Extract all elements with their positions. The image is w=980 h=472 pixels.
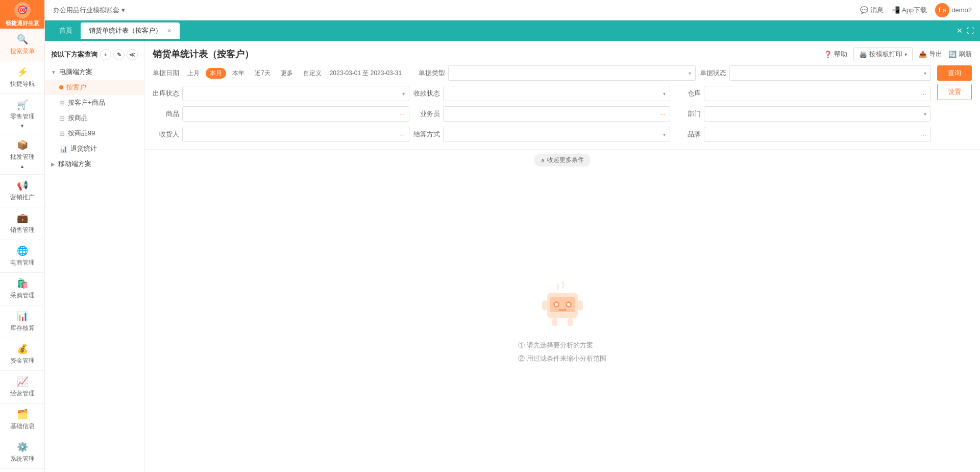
collapse-conditions-button[interactable]: ∧ 收起更多条件 xyxy=(534,154,590,167)
dept-select[interactable]: ▾ xyxy=(704,106,931,122)
goods-input[interactable]: ··· xyxy=(182,106,409,122)
date-tab-more[interactable]: 更多 xyxy=(277,68,297,79)
help-button[interactable]: ❓ 帮助 xyxy=(824,50,847,59)
user-avatar: Ea xyxy=(935,3,949,17)
tree-group-mobile-label: 移动端方案 xyxy=(58,159,91,169)
tree-item-by-goods[interactable]: ⊟ 按商品 xyxy=(45,110,144,126)
export-button[interactable]: 📤 导出 xyxy=(919,50,942,59)
sidebar-item-ecommerce[interactable]: 🌐 电商管理 xyxy=(0,240,45,273)
sidebar-quicknav-label: 快捷导航 xyxy=(10,80,35,88)
hint2-text: 用过滤条件来缩小分析范围 xyxy=(527,355,606,362)
sidebar-item-finance[interactable]: 💰 资金管理 xyxy=(0,338,45,371)
order-status-select[interactable]: ▾ xyxy=(729,65,931,81)
collapse-panel-button[interactable]: ≪ xyxy=(127,49,138,60)
date-tab-7days[interactable]: 近7天 xyxy=(251,68,275,79)
tab-sales-stats[interactable]: 销货单统计表（按客户） ✕ xyxy=(81,22,180,39)
finance-icon: 💰 xyxy=(17,343,28,355)
step2-icon: ② xyxy=(518,355,525,362)
print-button[interactable]: 🖨️ 按模板打印 ▾ xyxy=(853,47,913,61)
app-logo: 🎯 畅捷通好生意 xyxy=(0,0,45,29)
tree-group-label: 电脑端方案 xyxy=(59,67,92,77)
tab-home[interactable]: 首页 xyxy=(51,22,81,39)
tab-close-icon[interactable]: ✕ xyxy=(167,28,172,34)
warehouse-label: 仓库 xyxy=(674,89,701,98)
message-label: 消息 xyxy=(870,6,884,15)
account-selector[interactable]: 办公用品行业模拟账套 ▾ xyxy=(53,6,125,15)
sidebar-system-label: 系统管理 xyxy=(10,455,35,463)
out-status-group: 出库状态 ▾ xyxy=(153,86,409,101)
tree-item-goods99[interactable]: ⊟ 按商品99 xyxy=(45,126,144,141)
user-menu[interactable]: Ea demo2 xyxy=(935,3,972,17)
warehouse-group: 仓库 ··· xyxy=(674,86,931,101)
order-type-select[interactable]: ▾ xyxy=(448,65,696,81)
receipt-status-select[interactable]: ▾ xyxy=(443,86,670,101)
sidebar-basic-label: 基础信息 xyxy=(10,422,35,431)
receiver-label: 收货人 xyxy=(153,130,179,139)
sidebar-item-retail[interactable]: 🛒 零售管理 ▼ xyxy=(0,94,45,134)
date-tab-custom[interactable]: 自定义 xyxy=(299,68,326,79)
out-status-select[interactable]: ▾ xyxy=(182,86,409,101)
message-button[interactable]: 💬 消息 xyxy=(860,6,884,15)
payment-group: 结算方式 ▾ xyxy=(413,127,670,142)
tree-item-by-customer[interactable]: 按客户 xyxy=(45,80,144,95)
tree-group-mobile[interactable]: ▶ 移动端方案 xyxy=(45,156,144,172)
sidebar-item-system[interactable]: ⚙️ 系统管理 xyxy=(0,436,45,469)
date-tab-last-month[interactable]: 上月 xyxy=(183,68,204,79)
payment-select[interactable]: ▾ xyxy=(443,127,670,142)
sidebar-item-inventory[interactable]: 📊 库存核算 xyxy=(0,305,45,338)
refresh-label: 刷新 xyxy=(959,50,972,59)
query-button[interactable]: 查询 xyxy=(937,65,972,81)
warehouse-dots: ··· xyxy=(921,90,926,98)
sidebar-item-search[interactable]: 🔍 搜索菜单 xyxy=(0,29,45,61)
page-content: 按以下方案查询 + ✎ ≪ ▼ 电脑端方案 xyxy=(45,41,980,472)
out-status-label: 出库状态 xyxy=(153,89,179,98)
purchase-icon: 🛍️ xyxy=(17,278,28,289)
sidebar-item-purchase[interactable]: 🛍️ 采购管理 xyxy=(0,273,45,305)
receiver-group: 收货人 ··· xyxy=(153,127,409,142)
maximize-icon[interactable]: ⛶ xyxy=(967,27,974,35)
dept-label: 部门 xyxy=(674,109,701,119)
close-window-icon[interactable]: ✕ xyxy=(957,27,963,35)
filter-container: 单据日期 上月 本月 本年 近7天 更多 自定义 2023-03-01 至 20… xyxy=(144,65,980,147)
edit-icon: ✎ xyxy=(117,52,121,58)
settings-button[interactable]: 设置 xyxy=(937,84,972,100)
tree-item-customer-goods[interactable]: ⊞ 按客户+商品 xyxy=(45,95,144,110)
tree-item-return-stats[interactable]: 📊 退货统计 xyxy=(45,141,144,156)
empty-illustration xyxy=(532,277,593,328)
payment-label: 结算方式 xyxy=(413,130,440,139)
sidebar-item-enterprise[interactable]: 🏢 企业协同 xyxy=(0,469,45,472)
empty-hint-1: ① 请先选择要分析的方案 xyxy=(518,339,606,352)
filter-row-2: 出库状态 ▾ 收款状态 ▾ xyxy=(153,86,931,101)
sidebar-item-quicknav[interactable]: ⚡ 快捷导航 xyxy=(0,61,45,94)
refresh-button[interactable]: 🔄 刷新 xyxy=(948,50,972,59)
wholesale-icon: 📦 xyxy=(17,139,28,151)
header-left: 办公用品行业模拟账套 ▾ xyxy=(53,6,125,15)
app-download-button[interactable]: 📲 App下载 xyxy=(892,6,927,15)
salesperson-input[interactable]: ··· xyxy=(443,106,670,122)
date-tab-this-year[interactable]: 本年 xyxy=(228,68,249,79)
ops-icon: 📈 xyxy=(17,376,28,387)
print-icon: 🖨️ xyxy=(859,51,867,58)
top-header: 办公用品行业模拟账套 ▾ 💬 消息 📲 App下载 Ea demo2 xyxy=(45,0,980,20)
sidebar-item-marketing[interactable]: 📢 营销推广 xyxy=(0,175,45,207)
sidebar-item-ops[interactable]: 📈 经营管理 xyxy=(0,371,45,404)
bar-icon: 📊 xyxy=(59,145,67,153)
receipt-status-group: 收款状态 ▾ xyxy=(413,86,670,101)
edit-scheme-button[interactable]: ✎ xyxy=(113,49,125,60)
warehouse-input[interactable]: ··· xyxy=(704,86,931,101)
add-scheme-button[interactable]: + xyxy=(100,49,111,60)
brand-input[interactable]: ··· xyxy=(704,127,931,142)
order-status-group: 单据状态 ▾ xyxy=(700,65,931,81)
basic-icon: 🗂️ xyxy=(17,409,28,420)
sidebar-item-wholesale[interactable]: 📦 批发管理 ▲ xyxy=(0,134,45,175)
app-download-label: App下载 xyxy=(902,6,927,15)
order-type-group: 单据类型 ▾ xyxy=(419,65,696,81)
sidebar-item-basic[interactable]: 🗂️ 基础信息 xyxy=(0,404,45,436)
tree-group-desktop[interactable]: ▼ 电脑端方案 xyxy=(45,64,144,80)
left-panel-header: 按以下方案查询 + ✎ ≪ xyxy=(45,47,144,64)
sidebar-item-sales[interactable]: 💼 销售管理 xyxy=(0,207,45,240)
date-tab-this-month[interactable]: 本月 xyxy=(206,68,226,79)
filter-row-3: 商品 ··· 业务员 ··· 部门 xyxy=(153,106,931,122)
receiver-input[interactable]: ··· xyxy=(182,127,409,142)
goods-dots: ··· xyxy=(399,110,405,118)
